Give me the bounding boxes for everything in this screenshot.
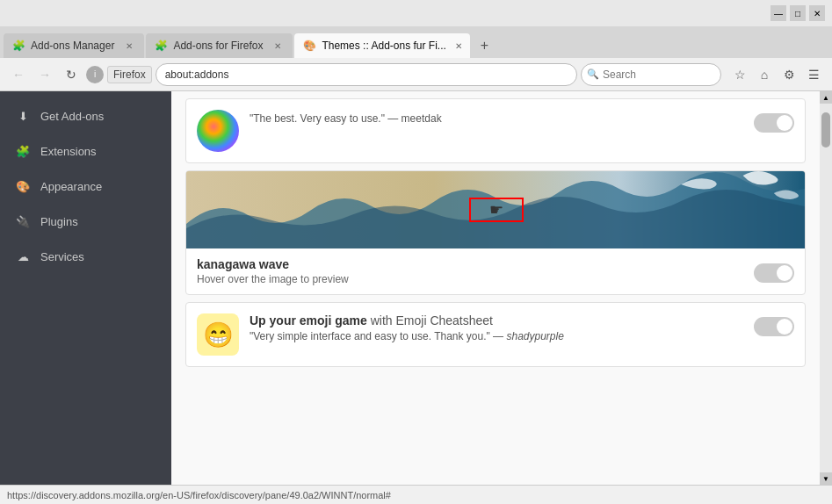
- home-button[interactable]: ⌂: [753, 63, 776, 86]
- theme-info-row: kanagawa wave Hover over the image to pr…: [186, 248, 805, 294]
- scroll-down-button[interactable]: ▼: [820, 472, 832, 485]
- url-bar-container: [156, 63, 577, 86]
- bookmarks-button[interactable]: ☆: [728, 63, 751, 86]
- tab-addons-firefox[interactable]: 🧩 Add-ons for Firefox ✕: [146, 33, 293, 58]
- tab-addons-manager[interactable]: 🧩 Add-ons Manager ✕: [4, 33, 144, 58]
- sidebar-label-plugins: Plugins: [40, 215, 78, 228]
- cursor-highlight-box: ☛: [469, 198, 524, 222]
- content-wrapper: "The best. Very easy to use." — meetdak: [171, 91, 832, 485]
- tab-close-addons-firefox[interactable]: ✕: [271, 40, 284, 52]
- sidebar-item-get-addons[interactable]: ⬇ Get Add-ons: [0, 98, 171, 133]
- close-button[interactable]: ✕: [809, 5, 825, 21]
- sidebar: ⬇ Get Add-ons 🧩 Extensions 🎨 Appearance …: [0, 91, 171, 485]
- tab-label-themes: Themes :: Add-ons fur Fi...: [322, 40, 445, 52]
- get-addons-icon: ⬇: [14, 107, 32, 125]
- window-controls: — □ ✕: [771, 5, 825, 21]
- info-button[interactable]: i: [86, 66, 104, 83]
- scroll-up-button[interactable]: ▲: [820, 91, 832, 104]
- addon-card-colorcop: "The best. Very easy to use." — meetdak: [185, 98, 806, 163]
- extensions-icon: 🧩: [14, 142, 32, 160]
- tab-label-addons-firefox: Add-ons for Firefox: [173, 40, 263, 52]
- theme-preview-kanagawa: ☛: [186, 171, 805, 248]
- addon-toggle-emoji[interactable]: [754, 317, 794, 336]
- tab-bar: 🧩 Add-ons Manager ✕ 🧩 Add-ons for Firefo…: [0, 26, 832, 58]
- sidebar-item-extensions[interactable]: 🧩 Extensions: [0, 133, 171, 169]
- forward-button[interactable]: →: [33, 63, 56, 86]
- theme-name: kanagawa wave: [197, 257, 743, 271]
- theme-card-kanagawa: ☛ kanagawa wave Hover over the image to …: [185, 170, 806, 295]
- main-content: ⬇ Get Add-ons 🧩 Extensions 🎨 Appearance …: [0, 91, 832, 485]
- plugins-icon: 🔌: [14, 212, 32, 230]
- sidebar-item-plugins[interactable]: 🔌 Plugins: [0, 204, 171, 239]
- search-wrap: 🔍: [581, 63, 721, 86]
- menu-button[interactable]: ☰: [802, 63, 825, 86]
- new-tab-button[interactable]: +: [472, 33, 496, 58]
- maximize-button[interactable]: □: [790, 5, 806, 21]
- addon-icon-colorcop: [197, 110, 239, 152]
- theme-text-info: kanagawa wave Hover over the image to pr…: [197, 257, 743, 285]
- sidebar-item-services[interactable]: ☁ Services: [0, 239, 171, 274]
- content-area: "The best. Very easy to use." — meetdak: [171, 91, 820, 485]
- tab-icon-addons-firefox: 🧩: [155, 40, 168, 52]
- services-icon: ☁: [14, 248, 32, 265]
- status-bar: https://discovery.addons.mozilla.org/en-…: [0, 485, 832, 504]
- emoji-title-extra: with Emoji Cheatsheet: [371, 313, 493, 328]
- addon-row-emoji: 😁 Up your emoji game with Emoji Cheatshe…: [197, 313, 794, 356]
- cursor-hand-icon: ☛: [489, 200, 503, 220]
- addon-info-colorcop: "The best. Very easy to use." — meetdak: [250, 110, 743, 125]
- addon-card-emoji: 😁 Up your emoji game with Emoji Cheatshe…: [185, 302, 806, 367]
- search-input[interactable]: [581, 63, 721, 86]
- tab-icon-addons-manager: 🧩: [12, 40, 25, 52]
- addon-info-emoji: Up your emoji game with Emoji Cheatsheet…: [250, 313, 743, 342]
- addon-title-emoji: Up your emoji game with Emoji Cheatsheet: [250, 313, 743, 328]
- tab-close-addons-manager[interactable]: ✕: [123, 40, 135, 52]
- nav-icons: ☆ ⌂ ⚙ ☰: [728, 63, 825, 86]
- addon-quote-colorcop: "The best. Very easy to use." — meetdak: [250, 112, 743, 125]
- back-button[interactable]: ←: [7, 63, 30, 86]
- addon-toggle-colorcop[interactable]: [754, 113, 794, 133]
- settings-button[interactable]: ⚙: [778, 63, 800, 86]
- nav-bar: ← → ↻ i Firefox 🔍 ☆ ⌂ ⚙ ☰: [0, 58, 832, 91]
- tab-close-themes[interactable]: ✕: [455, 40, 462, 52]
- refresh-button[interactable]: ↻: [60, 63, 83, 86]
- sidebar-label-extensions: Extensions: [40, 145, 97, 158]
- scrollbar: ▲ ▼: [820, 91, 832, 485]
- status-url: https://discovery.addons.mozilla.org/en-…: [7, 490, 391, 500]
- sidebar-item-appearance[interactable]: 🎨 Appearance: [0, 169, 171, 204]
- emoji-quote-text: "Very simple interface and easy to use. …: [250, 330, 506, 342]
- tab-label-addons-manager: Add-ons Manager: [31, 40, 114, 52]
- sidebar-label-appearance: Appearance: [40, 180, 102, 193]
- appearance-icon: 🎨: [14, 177, 32, 195]
- firefox-badge[interactable]: Firefox: [107, 66, 152, 83]
- minimize-button[interactable]: —: [771, 5, 786, 21]
- theme-toggle[interactable]: [754, 263, 794, 283]
- emoji-title-main: Up your emoji game: [250, 313, 367, 328]
- sidebar-label-get-addons: Get Add-ons: [40, 110, 104, 123]
- tab-icon-themes: 🎨: [303, 40, 316, 52]
- scroll-thumb[interactable]: [821, 112, 830, 148]
- addon-quote-emoji: "Very simple interface and easy to use. …: [250, 330, 743, 342]
- emoji-author: shadypurple: [506, 330, 563, 342]
- wave-bg: ☛: [186, 171, 805, 248]
- title-bar: — □ ✕: [0, 0, 832, 26]
- addon-row-colorcop: "The best. Very easy to use." — meetdak: [197, 110, 794, 152]
- tab-themes[interactable]: 🎨 Themes :: Add-ons fur Fi... ✕: [294, 33, 470, 58]
- url-bar[interactable]: [156, 63, 577, 86]
- scroll-track: [820, 104, 832, 472]
- addon-icon-emoji: 😁: [197, 313, 239, 356]
- theme-subtitle: Hover over the image to preview: [197, 273, 743, 285]
- sidebar-label-services: Services: [40, 250, 84, 263]
